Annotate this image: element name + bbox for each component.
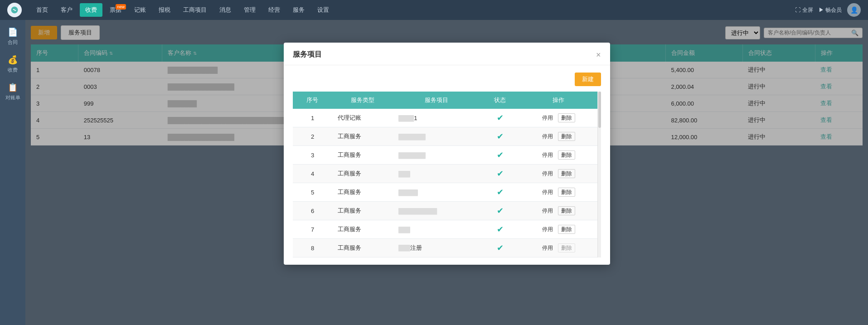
delete-button[interactable]: 删除 [558,206,575,215]
fullscreen-btn[interactable]: ⛶ 全屏 [795,6,813,14]
modal-cell-no: 6 [293,202,333,220]
nav-settings[interactable]: 设置 [312,3,335,17]
modal-toolbar: 新建 [293,73,601,86]
stop-button[interactable]: 停用 [542,152,553,158]
modal-cell-item: ███注册 [393,239,480,257]
status-ok-icon: ✔ [497,225,504,234]
modal-col-item: 服务项目 [393,92,480,109]
status-ok-icon: ✔ [497,169,504,178]
modal-col-status: 状态 [480,92,520,109]
stop-button[interactable]: 停用 [542,133,553,140]
nav-customer[interactable]: 客户 [55,3,78,17]
modal-table-row: 6 工商服务 ██████████ ✔ 停用 删除 [293,202,597,220]
content-area: 新增 服务项目 进行中 全部 已结束 🔍 [25,20,868,325]
nav-items: 首页 客户 收费 票据 new 记账 报税 工商项目 消息 管理 经营 服务 设… [31,3,795,17]
delete-button[interactable]: 删除 [558,132,575,141]
delete-button[interactable]: 删除 [558,243,575,252]
modal-overlay[interactable]: 服务项目 × 新建 序号 服务类型 服务项目 [25,20,868,325]
nav-service[interactable]: 服务 [287,3,310,17]
member-btn[interactable]: ▶ 畅会员 [819,6,842,14]
modal-cell-item: ███ [393,220,480,239]
modal-cell-status: ✔ [480,127,520,146]
modal-title: 服务项目 [293,50,322,59]
modal-cell-status: ✔ [480,239,520,257]
scrollbar[interactable] [597,92,601,257]
new-badge: new [116,4,126,10]
modal-cell-type: 工商服务 [332,165,393,183]
modal-cell-action: 停用 删除 [520,239,597,257]
modal-cell-status: ✔ [480,183,520,202]
contract-icon: 📄 [8,27,18,37]
stop-button[interactable]: 停用 [542,189,553,195]
modal-cell-item: ████1 [393,109,480,127]
modal-table-row: 3 工商服务 ███████ ✔ 停用 删除 [293,146,597,165]
modal-cell-type: 代理记账 [332,109,393,127]
modal-table-row: 7 工商服务 ███ ✔ 停用 删除 [293,220,597,239]
modal-new-button[interactable]: 新建 [575,73,601,86]
delete-button[interactable]: 删除 [558,113,575,122]
stop-button[interactable]: 停用 [542,170,553,177]
sidebar-item-reconciliation[interactable]: 📋 对账单 [2,79,24,105]
modal-cell-action: 停用 删除 [520,202,597,220]
main-layout: 📄 合同 💰 收费 📋 对账单 新增 服务项目 进行中 全部 已结束 [0,20,868,325]
modal-cell-no: 2 [293,127,333,146]
modal-cell-item: ███████ [393,146,480,165]
modal-cell-status: ✔ [480,146,520,165]
modal-cell-no: 7 [293,220,333,239]
delete-button[interactable]: 删除 [558,225,575,234]
modal-cell-no: 1 [293,109,333,127]
stop-button[interactable]: 停用 [542,245,553,251]
modal-cell-status: ✔ [480,202,520,220]
stop-button[interactable]: 停用 [542,208,553,214]
modal-cell-type: 工商服务 [332,239,393,257]
nav-right: ⛶ 全屏 ▶ 畅会员 👤 [795,3,861,17]
modal-table-body: 1 代理记账 ████1 ✔ 停用 删除 [293,109,597,257]
stop-button[interactable]: 停用 [542,226,553,233]
modal-close-button[interactable]: × [596,51,601,59]
nav-invoice[interactable]: 票据 new [104,3,127,17]
status-ok-icon: ✔ [497,188,504,197]
billing-icon: 💰 [8,55,18,65]
status-ok-icon: ✔ [497,150,504,160]
modal-table-header: 序号 服务类型 服务项目 状态 操作 [293,92,597,109]
sidebar-item-billing[interactable]: 💰 收费 [2,51,24,77]
modal-cell-type: 工商服务 [332,202,393,220]
modal-cell-type: 工商服务 [332,220,393,239]
nav-manage[interactable]: 管理 [238,3,261,17]
service-modal: 服务项目 × 新建 序号 服务类型 服务项目 [284,43,610,265]
sidebar-item-contract[interactable]: 📄 合同 [2,24,24,49]
modal-cell-action: 停用 删除 [520,165,597,183]
modal-col-no: 序号 [293,92,333,109]
avatar[interactable]: 👤 [847,3,861,17]
nav-billing[interactable]: 收费 [80,3,102,17]
modal-cell-type: 工商服务 [332,183,393,202]
modal-table-row: 4 工商服务 ███ ✔ 停用 删除 [293,165,597,183]
nav-tax[interactable]: 报税 [153,3,176,17]
status-ok-icon: ✔ [497,132,504,141]
nav-operation[interactable]: 经营 [263,3,286,17]
delete-button[interactable]: 删除 [558,169,575,178]
modal-cell-item: ██████████ [393,202,480,220]
modal-cell-item: ███ [393,165,480,183]
modal-table-row: 2 工商服务 ███████ ✔ 停用 删除 [293,127,597,146]
modal-cell-type: 工商服务 [332,127,393,146]
status-ok-icon: ✔ [497,243,504,252]
modal-cell-action: 停用 删除 [520,183,597,202]
modal-cell-no: 5 [293,183,333,202]
nav-messages[interactable]: 消息 [214,3,237,17]
logo [7,3,22,17]
modal-cell-action: 停用 删除 [520,127,597,146]
modal-cell-item: ███████ [393,127,480,146]
nav-business[interactable]: 工商项目 [178,3,212,17]
delete-button[interactable]: 删除 [558,150,575,160]
sidebar: 📄 合同 💰 收费 📋 对账单 [0,20,25,325]
modal-table-row: 1 代理记账 ████1 ✔ 停用 删除 [293,109,597,127]
modal-col-type: 服务类型 [332,92,393,109]
stop-button[interactable]: 停用 [542,115,553,121]
nav-bookkeeping[interactable]: 记账 [129,3,151,17]
modal-cell-type: 工商服务 [332,146,393,165]
delete-button[interactable]: 删除 [558,188,575,197]
nav-home[interactable]: 首页 [31,3,53,17]
status-ok-icon: ✔ [497,113,504,122]
modal-cell-action: 停用 删除 [520,220,597,239]
